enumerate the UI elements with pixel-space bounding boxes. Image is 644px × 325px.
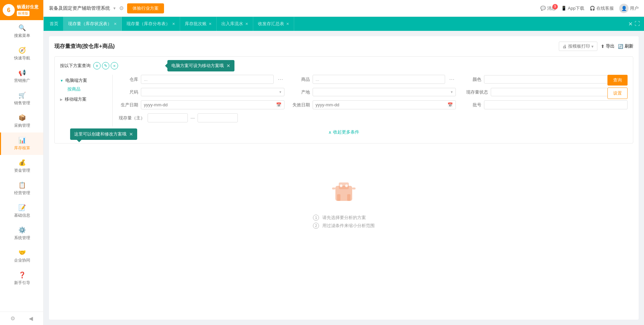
add-scheme-btn[interactable]: + (93, 62, 101, 69)
online-support-btn[interactable]: 🎧 在线客服 (590, 5, 614, 11)
print-btn[interactable]: 🖨 按模板打印 ▾ (559, 42, 597, 51)
filter-row-3: 生产日期 📅 失效日期 📅 (118, 100, 628, 109)
scheme-arrow-btn[interactable]: « (111, 62, 118, 69)
filter-header: 按以下方案查询 + ✎ « 电脑方案可设为移动方案哦 ✕ (60, 62, 628, 69)
dropdown-arrow[interactable]: ▾ (113, 6, 116, 11)
sidebar-item-finance[interactable]: 💰 资金管理 (0, 155, 43, 177)
query-btn[interactable]: 查询 (607, 75, 628, 86)
sidebar-item-basic-info[interactable]: 📝 基础信息 (0, 200, 43, 222)
megaphone-icon: 📢 (18, 69, 26, 76)
tab-close-batch[interactable]: ✕ (209, 22, 212, 26)
filter-row-4: 现存量（主） — (118, 113, 628, 122)
header-right: 💬 9 消息 📱 App下载 🎧 在线客服 👤 用户 (540, 4, 639, 13)
refresh-btn[interactable]: 🔄 刷新 (618, 43, 633, 49)
reset-btn[interactable]: 设置 (607, 88, 628, 99)
svg-rect-7 (352, 187, 356, 189)
money-icon: 💰 (18, 159, 26, 166)
app-download-btn[interactable]: 📱 App下载 (561, 5, 584, 11)
tab-close-distribution[interactable]: ✕ (172, 22, 175, 26)
sidebar-item-purchase[interactable]: 📦 采购管理 (0, 110, 43, 132)
industry-solution-btn[interactable]: 体验行业方案 (127, 3, 164, 13)
goods-more-btn[interactable]: ⋯ (448, 75, 456, 84)
edit-scheme-btn[interactable]: ✎ (102, 62, 109, 69)
tab-home[interactable]: 首页 (45, 17, 63, 31)
expiry-date-field[interactable] (316, 102, 446, 107)
collapse-bar[interactable]: ∧ 收起更多条件 (60, 126, 628, 138)
tab-maximize-btn[interactable]: ⛶ (635, 21, 640, 27)
user-area[interactable]: 👤 用户 (619, 4, 639, 13)
sidebar-item-quick-nav[interactable]: 🧭 快速导航 (0, 43, 43, 65)
sidebar-item-marketing[interactable]: 📢 营销推广 (0, 65, 43, 88)
top-header: 装备及固定资产辅助管理系统 ▾ ⚙ 体验行业方案 💬 9 消息 📱 App下载 … (44, 0, 644, 17)
batch-no-input[interactable] (484, 100, 628, 109)
settings-icon[interactable]: ⚙ (119, 5, 124, 11)
color-select[interactable]: ▾ (484, 75, 628, 84)
collapse-arrow-icon: ∧ (328, 130, 332, 135)
tooltip1-close[interactable]: ✕ (226, 63, 230, 68)
collapse-btn[interactable]: ◀ (29, 315, 33, 322)
tab-inventory-status[interactable]: 现存量（库存状况表） ✕ (63, 17, 122, 31)
tab-inventory-distribution[interactable]: 现存量（库存分布表） ✕ (122, 17, 180, 31)
svg-rect-6 (332, 187, 335, 189)
tab-close-all-btn[interactable]: ✕ (628, 21, 633, 27)
settings-bottom-btn[interactable]: ⚙ (10, 315, 15, 322)
filter-label: 按以下方案查询 (60, 63, 91, 69)
sidebar-item-operations[interactable]: 📋 经营管理 (0, 177, 43, 200)
size-select[interactable]: ▾ (141, 88, 284, 96)
inventory-main-start[interactable] (148, 113, 188, 122)
filter-row-1: 仓库 ... ⋯ 商品 ... (118, 75, 628, 84)
tab-close-inventory-status[interactable]: ✕ (114, 22, 117, 26)
scheme-item-pc[interactable]: ▼ 电脑端方案 (60, 76, 107, 85)
user-avatar: 👤 (619, 4, 629, 13)
sidebar-item-search[interactable]: 🔍 搜索菜单 (0, 20, 43, 43)
filter-section: 按以下方案查询 + ✎ « 电脑方案可设为移动方案哦 ✕ (54, 56, 633, 144)
sidebar-item-cooperation[interactable]: 🤝 企业协同 (0, 245, 43, 267)
tab-close-flow[interactable]: ✕ (245, 22, 248, 26)
sidebar-item-inventory[interactable]: 📊 库存核算 (0, 132, 43, 155)
system-title: 装备及固定资产辅助管理系统 (49, 5, 110, 11)
scheme-collapse-icon: ▶ (60, 98, 63, 101)
prod-date-field[interactable] (144, 102, 275, 107)
sidebar-item-sales[interactable]: 🛒 销售管理 (0, 88, 43, 110)
tab-inventory-batch[interactable]: 库存批次账 ✕ (180, 17, 217, 31)
origin-arrow: ▾ (451, 90, 453, 94)
tab-in-out-flow[interactable]: 出入库流水 ✕ (217, 17, 253, 31)
search-icon: 🔍 (18, 24, 26, 32)
notification-btn[interactable]: 💬 9 消息 (540, 5, 556, 11)
header-left: 装备及固定资产辅助管理系统 ▾ ⚙ 体验行业方案 (49, 3, 164, 13)
gear-icon: ⚙️ (18, 226, 26, 234)
tab-collect-report[interactable]: 收发存汇总表 ✕ (253, 17, 294, 31)
empty-illustration (327, 176, 361, 209)
tab-close-collect[interactable]: ✕ (286, 22, 289, 26)
sidebar-item-system[interactable]: ⚙️ 系统管理 (0, 222, 43, 245)
field-goods: 商品 ... ⋯ (290, 75, 456, 84)
expiry-calendar-icon[interactable]: 📅 (447, 102, 453, 107)
origin-select[interactable]: ▾ (313, 88, 456, 96)
warehouse-more-btn[interactable]: ⋯ (276, 75, 284, 84)
scheme-sub-item-goods[interactable]: 按商品 (65, 85, 107, 94)
field-color: 颜色 ▾ (461, 75, 628, 84)
scheme-expand-icon: ▼ (60, 79, 63, 83)
refresh-icon: 🔄 (618, 44, 623, 49)
svg-point-2 (340, 184, 342, 187)
scheme-item-mobile[interactable]: ▶ 移动端方案 (60, 95, 107, 104)
empty-svg (327, 176, 361, 209)
tooltip2-close[interactable]: ✕ (129, 131, 133, 137)
box-icon: 📦 (18, 114, 26, 121)
tooltip-create-scheme: 这里可以创建和修改方案哦 ✕ (70, 128, 137, 140)
warehouse-select[interactable]: ... (141, 75, 274, 84)
svg-point-3 (345, 184, 348, 187)
scheme-panel: ▼ 电脑端方案 按商品 ▶ 移动端方案 (60, 75, 107, 126)
goods-select[interactable]: ... (313, 75, 445, 84)
sidebar-bottom: ⚙ ◀ (0, 312, 43, 325)
sidebar-item-guide[interactable]: ❓ 新手引导 (0, 267, 43, 290)
field-origin: 产地 ▾ (290, 88, 456, 96)
production-date-input[interactable]: 📅 (141, 100, 284, 109)
chart-icon: 📊 (18, 137, 26, 144)
field-production-date: 生产日期 📅 (118, 100, 284, 109)
inventory-main-end[interactable] (198, 113, 238, 122)
expiry-date-input[interactable]: 📅 (313, 100, 456, 109)
prod-calendar-icon[interactable]: 📅 (276, 102, 281, 107)
inventory-status-select[interactable]: ▾ (491, 88, 628, 96)
export-btn[interactable]: ⬆ 导出 (601, 43, 614, 49)
